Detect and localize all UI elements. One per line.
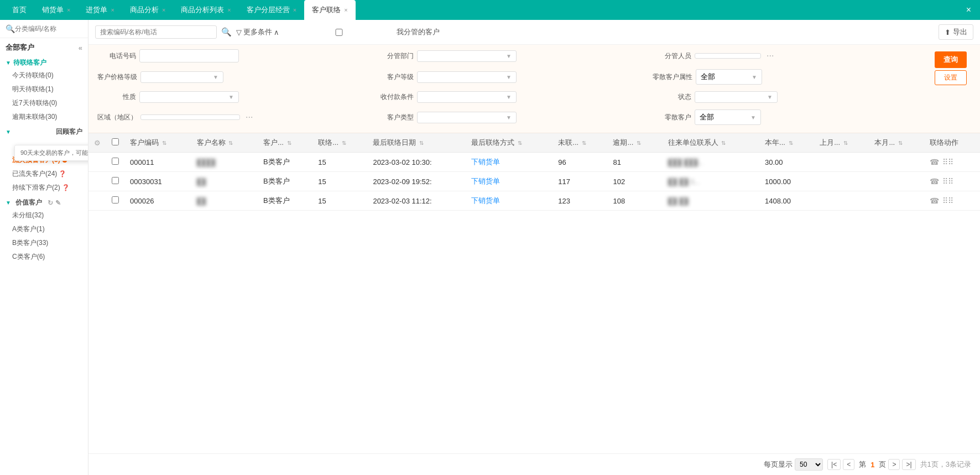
- next-page-button[interactable]: >: [888, 459, 900, 470]
- per-page-select[interactable]: 50 100 200: [795, 458, 823, 471]
- nav-customer-contact[interactable]: 客户联络 ×: [304, 0, 355, 20]
- nav-sales-order[interactable]: 销货单 ×: [34, 0, 78, 20]
- zero-customer-value: 全部: [700, 112, 714, 122]
- gear-column-header[interactable]: ⚙: [88, 133, 106, 153]
- zero-attr-arrow-icon: ▼: [752, 74, 757, 80]
- col-header-type[interactable]: 客户... ⇅: [258, 133, 312, 153]
- close-customer-contact-icon[interactable]: ×: [344, 7, 347, 13]
- col-header-last-month[interactable]: 上月... ⇅: [814, 133, 869, 153]
- sort-contact-icon: ⇅: [342, 140, 346, 146]
- row-last-method[interactable]: 下销货单: [466, 172, 552, 191]
- row-last-method[interactable]: 下销货单: [466, 191, 552, 211]
- sidebar-item-ungroup[interactable]: 未分组(32): [0, 208, 88, 222]
- sort-last-method-icon: ⇅: [518, 140, 522, 146]
- action-contact-icon[interactable]: ☎: [930, 158, 939, 166]
- tooltip-review: 90天未交易的客户，可能有流失风险。: [14, 145, 88, 161]
- row-checkbox[interactable]: [112, 177, 119, 184]
- window-close-icon[interactable]: ×: [962, 5, 976, 15]
- sidebar-item-b-class[interactable]: B类客户(33): [0, 236, 88, 250]
- nature-arrow-icon: ▼: [228, 94, 234, 100]
- filter-more-button[interactable]: ▽ 更多条件 ∧: [236, 27, 279, 37]
- filter-search-icon[interactable]: 🔍: [221, 27, 232, 37]
- col-header-not-contacted[interactable]: 未联... ⇅: [552, 133, 607, 153]
- col-header-last-date[interactable]: 最后联络日期 ⇅: [367, 133, 466, 153]
- sidebar-item-7days[interactable]: 近7天待联络(0): [0, 96, 88, 110]
- sidebar-item-overdue[interactable]: 逾期未联络(30): [0, 110, 88, 124]
- col-header-code[interactable]: 客户编码 ⇅: [124, 133, 191, 153]
- phone-label: 电话号码: [97, 51, 136, 61]
- sidebar-collapse-icon[interactable]: «: [79, 44, 82, 52]
- sidebar-item-a-class[interactable]: A类客户(1): [0, 222, 88, 236]
- action-contact-icon[interactable]: ☎: [930, 196, 939, 205]
- row-last-method[interactable]: 下销货单: [466, 153, 552, 172]
- col-header-this-year[interactable]: 本年... ⇅: [759, 133, 814, 153]
- customer-level-label: 客户等级: [375, 72, 414, 82]
- my-customers-checkbox[interactable]: [284, 29, 394, 36]
- person-dots-icon[interactable]: ···: [767, 51, 774, 61]
- action-contact-icon[interactable]: ☎: [930, 177, 939, 186]
- close-purchase-icon[interactable]: ×: [111, 7, 114, 13]
- table-row: 000026 ██ B类客户 15 2023-02-03 11:12: 下销货单…: [88, 191, 980, 211]
- close-sales-icon[interactable]: ×: [67, 7, 70, 13]
- prev-page-button[interactable]: <: [843, 459, 854, 470]
- row-checkbox[interactable]: [112, 158, 119, 165]
- zero-customer-arrow-icon: ▼: [750, 114, 756, 121]
- nav-customer-tier[interactable]: 客户分层经营 ×: [239, 0, 304, 20]
- col-header-overdue[interactable]: 逾期... ⇅: [607, 133, 662, 153]
- sidebar-item-c-class[interactable]: C类客户(6): [0, 250, 88, 264]
- table-row: 000011 ████ B类客户 15 2023-03-02 10:30: 下销…: [88, 153, 980, 172]
- col-header-this-month[interactable]: 本月... ⇅: [869, 133, 924, 153]
- person-select[interactable]: [695, 53, 761, 59]
- value-refresh-icon[interactable]: ↻: [48, 199, 53, 207]
- close-product-list-icon[interactable]: ×: [227, 7, 231, 13]
- col-header-unit-contact[interactable]: 往来单位联系人 ⇅: [663, 133, 759, 153]
- sidebar-search-input[interactable]: [15, 25, 88, 33]
- select-all-checkbox[interactable]: [112, 138, 119, 145]
- row-unit-contact: ██ ██ 3...: [663, 172, 759, 191]
- row-not-contacted: 117: [552, 172, 607, 191]
- search-input[interactable]: [95, 25, 217, 39]
- first-page-button[interactable]: |<: [827, 459, 841, 470]
- sidebar-header: 全部客户 «: [0, 38, 88, 55]
- price-level-select[interactable]: ▼: [140, 71, 223, 83]
- sidebar-item-today[interactable]: 今天待联络(0): [0, 69, 88, 82]
- sidebar-item-declining[interactable]: 持续下滑客户(2) ❓: [0, 181, 88, 195]
- action-more-icon[interactable]: ⠿⠿: [942, 158, 953, 166]
- row-checkbox[interactable]: [112, 196, 119, 203]
- nav-purchase-order[interactable]: 进货单 ×: [78, 0, 122, 20]
- col-header-last-method[interactable]: 最后联络方式 ⇅: [466, 133, 552, 153]
- sidebar-item-churned[interactable]: 已流失客户(24) ❓: [0, 167, 88, 181]
- dept-select[interactable]: ▼: [417, 50, 517, 62]
- zero-attr-select[interactable]: 全部 ▼: [696, 69, 762, 85]
- customer-type-select[interactable]: ▼: [417, 112, 517, 123]
- action-more-icon[interactable]: ⠿⠿: [942, 196, 953, 205]
- export-button[interactable]: ⬆ 导出: [939, 24, 973, 40]
- close-customer-tier-icon[interactable]: ×: [293, 7, 296, 13]
- phone-input[interactable]: [139, 49, 239, 62]
- customer-level-select[interactable]: ▼: [417, 71, 517, 83]
- total-info: 共1页，3条记录: [920, 460, 971, 469]
- row-actions: ☎ ⠿⠿: [924, 172, 980, 191]
- nav-product-analysis[interactable]: 商品分析 ×: [122, 0, 173, 20]
- col-header-contact[interactable]: 联络... ⇅: [312, 133, 367, 153]
- col-header-name[interactable]: 客户名称 ⇅: [191, 133, 258, 153]
- payment-select[interactable]: ▼: [417, 91, 517, 103]
- churned-question-icon: ❓: [59, 170, 66, 178]
- row-type: B类客户: [258, 153, 312, 172]
- customer-type-label: 客户类型: [375, 113, 414, 122]
- value-edit-icon[interactable]: ✎: [55, 199, 61, 207]
- nav-home-label: 首页: [12, 5, 27, 15]
- query-button[interactable]: 查询: [935, 51, 967, 68]
- settings-button[interactable]: 设置: [935, 70, 967, 85]
- status-select[interactable]: ▼: [695, 91, 778, 103]
- action-more-icon[interactable]: ⠿⠿: [942, 177, 953, 186]
- nature-select[interactable]: ▼: [139, 91, 239, 103]
- close-product-analysis-icon[interactable]: ×: [162, 7, 165, 13]
- region-select[interactable]: [140, 114, 240, 120]
- region-dots-icon[interactable]: ···: [246, 112, 253, 122]
- sidebar-item-tomorrow[interactable]: 明天待联络(1): [0, 82, 88, 96]
- zero-customer-select[interactable]: 全部 ▼: [695, 109, 761, 125]
- last-page-button[interactable]: >|: [902, 459, 915, 470]
- nav-product-list[interactable]: 商品分析列表 ×: [173, 0, 238, 20]
- nav-home[interactable]: 首页: [4, 0, 34, 20]
